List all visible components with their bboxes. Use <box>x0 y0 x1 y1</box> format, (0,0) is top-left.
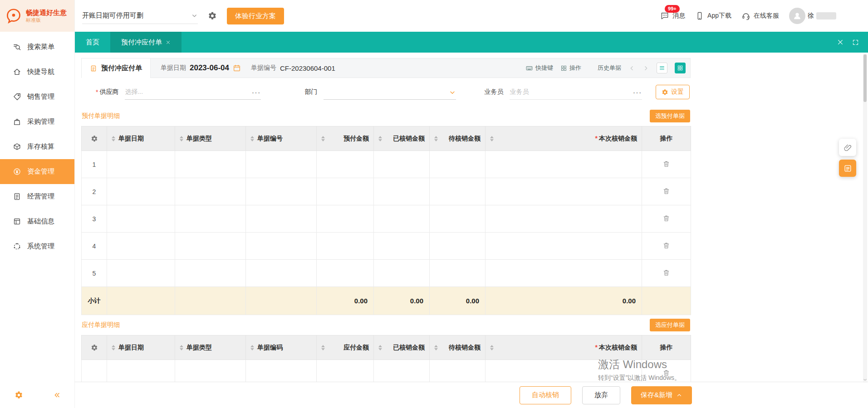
supplier-more-button[interactable] <box>252 90 261 96</box>
cell-current-writeoff[interactable] <box>485 260 642 287</box>
col-doc-type[interactable]: 单据类型 <box>175 335 246 360</box>
col-doc-type[interactable]: 单据类型 <box>175 126 246 151</box>
salesman-field[interactable]: 业务员 <box>510 84 642 100</box>
cell-current-writeoff[interactable] <box>485 151 642 178</box>
salesman-placeholder: 业务员 <box>510 88 529 96</box>
messages-button[interactable]: 99+ 消息 <box>660 11 685 20</box>
select-payable-docs-button[interactable]: 选应付单据 <box>650 319 690 331</box>
sidebar-item-search-menu[interactable]: 搜索菜单 <box>0 34 74 59</box>
cell-current-writeoff[interactable] <box>485 360 642 382</box>
department-field[interactable] <box>324 84 456 100</box>
tab-home[interactable]: 首页 <box>75 32 110 53</box>
settings-gear-icon[interactable] <box>15 391 23 399</box>
sidebar-item-inventory[interactable]: 库存核算 <box>0 134 74 159</box>
col-pending-amount[interactable]: 待核销金额 <box>430 335 485 360</box>
col-current-writeoff[interactable]: *本次核销金额 <box>485 126 642 151</box>
date-value[interactable]: 2023-06-04 <box>190 63 229 73</box>
sort-icon[interactable] <box>321 136 325 141</box>
collapse-sidebar-icon[interactable] <box>52 391 61 399</box>
cell-current-writeoff[interactable] <box>485 178 642 205</box>
attachment-widget-button[interactable] <box>839 139 856 156</box>
sort-icon[interactable] <box>490 136 494 141</box>
column-settings-button[interactable] <box>82 126 107 151</box>
col-doc-code[interactable]: 单据编码 <box>246 335 317 360</box>
col-prepay-amount[interactable]: 预付金额 <box>317 126 374 151</box>
list-view-toggle[interactable] <box>657 63 667 73</box>
cell-doc-number <box>246 205 317 233</box>
department-dropdown-icon[interactable] <box>449 89 456 96</box>
col-doc-date[interactable]: 单据日期 <box>107 126 175 151</box>
delete-row-button[interactable] <box>662 369 670 377</box>
settings-button[interactable]: 设置 <box>656 85 690 99</box>
account-set-select[interactable]: 开账日期可停用可删 <box>82 8 198 24</box>
sidebar-item-purchase[interactable]: 采购管理 <box>0 109 74 134</box>
sort-icon[interactable] <box>180 136 183 141</box>
cell-current-writeoff[interactable] <box>485 233 642 260</box>
tab-prepay-writeoff[interactable]: 预付冲应付单 <box>110 32 181 53</box>
number-value[interactable]: CF-20230604-001 <box>280 64 335 72</box>
column-settings-button[interactable] <box>82 335 107 360</box>
sidebar-item-business[interactable]: 经营管理 <box>0 184 74 209</box>
tab-close-icon[interactable] <box>166 40 171 45</box>
col-doc-number[interactable]: 单据编号 <box>246 126 317 151</box>
delete-row-button[interactable] <box>662 214 670 222</box>
vertical-scrollbar[interactable] <box>863 53 867 383</box>
required-mark: * <box>595 344 598 351</box>
sort-icon[interactable] <box>490 345 494 350</box>
trial-solution-button[interactable]: 体验行业方案 <box>227 8 284 24</box>
delete-row-button[interactable] <box>662 187 670 195</box>
operations-button[interactable]: 操作 <box>560 64 581 72</box>
sort-icon[interactable] <box>378 345 382 350</box>
sidebar-item-quick-nav[interactable]: 快捷导航 <box>0 59 74 84</box>
sidebar-item-funds[interactable]: 资金管理 <box>0 159 74 184</box>
history-button[interactable]: 历史单据 <box>588 64 621 72</box>
grid-view-icon <box>677 65 683 71</box>
sidebar-item-base-info[interactable]: 基础信息 <box>0 209 74 234</box>
next-doc-button[interactable] <box>642 65 649 72</box>
sort-icon[interactable] <box>180 345 183 350</box>
delete-row-button[interactable] <box>662 269 670 277</box>
expand-icon[interactable] <box>852 39 859 46</box>
user-menu[interactable]: 徐 <box>789 8 836 24</box>
scrollbar-thumb[interactable] <box>863 54 867 102</box>
col-writtenoff-amount[interactable]: 已核销金额 <box>374 126 430 151</box>
col-writtenoff-amount[interactable]: 已核销金额 <box>374 335 430 360</box>
calendar-icon[interactable] <box>233 64 241 72</box>
col-doc-date[interactable]: 单据日期 <box>107 335 175 360</box>
auto-writeoff-button[interactable]: 自动核销 <box>520 386 571 404</box>
sort-icon[interactable] <box>112 136 115 141</box>
sort-icon[interactable] <box>378 136 382 141</box>
topbar-gear-button[interactable] <box>208 11 217 20</box>
col-pending-amount[interactable]: 待核销金额 <box>430 126 485 151</box>
close-icon[interactable] <box>837 39 844 46</box>
save-and-new-button[interactable]: 保存&新增 <box>631 386 692 404</box>
sidebar-item-system[interactable]: 系统管理 <box>0 234 74 259</box>
cell-current-writeoff[interactable] <box>485 205 642 233</box>
required-mark: * <box>595 135 598 142</box>
sort-icon[interactable] <box>250 345 254 350</box>
delete-row-button[interactable] <box>662 160 670 168</box>
form-widget-button[interactable] <box>839 160 856 177</box>
online-service-button[interactable]: 在线客服 <box>741 11 779 20</box>
app-download-button[interactable]: App下载 <box>695 11 731 20</box>
discard-button[interactable]: 放弃 <box>582 386 620 404</box>
sort-icon[interactable] <box>112 345 115 350</box>
col-current-writeoff[interactable]: *本次核销金额 <box>485 335 642 360</box>
prev-doc-button[interactable] <box>628 65 635 72</box>
sidebar-item-sales[interactable]: 销售管理 <box>0 84 74 109</box>
salesman-more-button[interactable] <box>633 90 642 96</box>
document-title-tab[interactable]: 预付冲应付单 <box>81 58 151 78</box>
grid-view-toggle[interactable] <box>675 63 686 73</box>
sort-icon[interactable] <box>250 136 254 141</box>
sort-icon[interactable] <box>321 345 325 350</box>
shortcuts-button[interactable]: 快捷键 <box>525 64 553 72</box>
scrollbar-down-arrow[interactable] <box>863 377 867 382</box>
col-payable-amount[interactable]: 应付金额 <box>317 335 374 360</box>
delete-row-button[interactable] <box>662 242 670 249</box>
sort-icon[interactable] <box>434 345 438 350</box>
select-prepay-docs-button[interactable]: 选预付单据 <box>650 110 690 122</box>
supplier-field[interactable]: 选择... <box>125 84 261 100</box>
cell-doc-code <box>246 360 317 382</box>
sort-icon[interactable] <box>434 136 438 141</box>
app-window: 畅捷通好生意 标准版 搜索菜单 快捷导航 销售管理 采购管理 <box>0 0 868 408</box>
